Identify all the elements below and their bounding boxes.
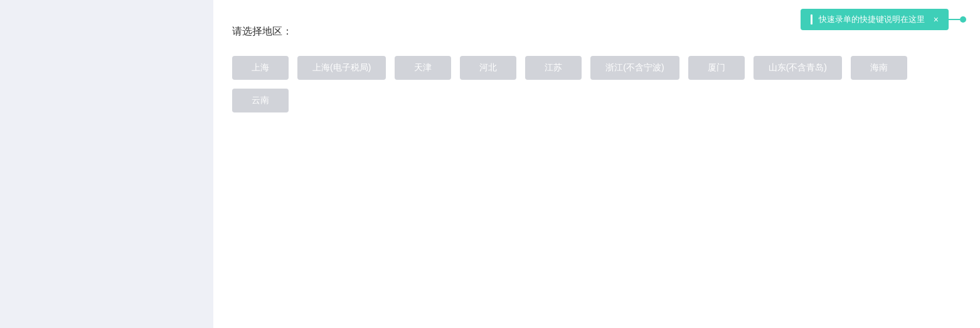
region-button-yunnan[interactable]: 云南 bbox=[232, 89, 289, 112]
region-button-shanghai[interactable]: 上海 bbox=[232, 56, 289, 80]
region-button-tianjin[interactable]: 天津 bbox=[395, 56, 451, 80]
region-button-hebei[interactable]: 河北 bbox=[460, 56, 516, 80]
region-button-hainan[interactable]: 海南 bbox=[851, 56, 907, 80]
region-button-shandong[interactable]: 山东(不含青岛) bbox=[754, 56, 842, 80]
sidebar bbox=[0, 0, 213, 328]
main-content: 请选择地区： 上海上海(电子税局)天津河北江苏浙江(不含宁波)厦门山东(不含青岛… bbox=[213, 0, 980, 328]
tooltip-line bbox=[949, 19, 960, 20]
tooltip-close-icon[interactable]: × bbox=[934, 14, 939, 25]
tooltip-banner: 快速录单的快捷键说明在这里 × bbox=[801, 9, 949, 30]
region-buttons-container: 上海上海(电子税局)天津河北江苏浙江(不含宁波)厦门山东(不含青岛)海南云南 bbox=[232, 56, 961, 112]
tooltip-dot bbox=[960, 16, 966, 23]
tooltip-text: 快速录单的快捷键说明在这里 bbox=[819, 14, 925, 25]
region-button-xiamen[interactable]: 厦门 bbox=[688, 56, 745, 80]
region-button-zhejiang[interactable]: 浙江(不含宁波) bbox=[590, 56, 679, 80]
region-button-shanghai-etax[interactable]: 上海(电子税局) bbox=[297, 56, 386, 80]
tooltip-bar bbox=[811, 14, 812, 25]
region-button-jiangsu[interactable]: 江苏 bbox=[525, 56, 582, 80]
